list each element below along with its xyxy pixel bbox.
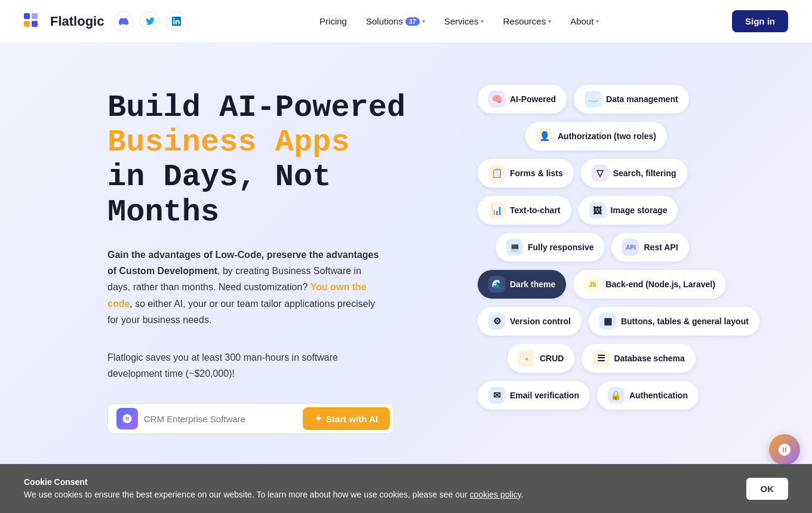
logo[interactable]: Flatlogic [24, 13, 104, 30]
chat-widget[interactable] [769, 434, 800, 465]
feature-tags-container: 🧠 AI-Powered ☁️ Data management 👤 Author… [478, 85, 764, 410]
hero-right: 🧠 AI-Powered ☁️ Data management 👤 Author… [442, 79, 776, 410]
hero-description: Gain the advantages of Low-Code, preserv… [107, 247, 382, 328]
sign-in-button[interactable]: Sign in [732, 10, 788, 32]
crud-icon: ● [518, 350, 535, 367]
version-icon: ⚙ [488, 313, 505, 330]
resources-chevron-icon: ▾ [548, 18, 551, 24]
api-icon: API [622, 239, 639, 256]
db-icon: ☰ [592, 350, 609, 367]
tags-row-5: 💻 Fully responsive API Rest API [478, 233, 764, 262]
cookie-ok-button[interactable]: OK [746, 478, 789, 500]
solutions-badge: 37 [405, 17, 420, 26]
tags-row-9: ✉ Email verification 🔒 Authentication [478, 381, 764, 410]
ai-input-icon [116, 408, 138, 429]
navbar-nav: Pricing Solutions 37 ▾ Services ▾ Resour… [311, 11, 607, 31]
hero-title: Build AI-Powered Business Apps in Days, … [107, 91, 442, 230]
user-roles-icon: 👤 [536, 128, 553, 145]
logo-text: Flatlogic [50, 14, 104, 29]
tag-text-to-chart: 📊 Text-to-chart [478, 196, 571, 225]
hero-left: Build AI-Powered Business Apps in Days, … [107, 79, 442, 434]
tag-authentication: 🔒 Authentication [597, 381, 699, 410]
social-icons [113, 11, 186, 32]
ai-star-icon: ✦ [315, 413, 322, 424]
lock-icon: 🔒 [608, 387, 625, 404]
tag-crud: ● CRUD [508, 344, 574, 373]
about-chevron-icon: ▾ [596, 18, 599, 24]
nav-solutions[interactable]: Solutions 37 ▾ [358, 11, 433, 31]
wave-icon: 🌊 [488, 276, 505, 293]
tags-row-2: 👤 Authorization (two roles) [478, 122, 764, 150]
navbar: Flatlogic Pricing Solutions 37 ▾ Service… [0, 0, 812, 43]
tag-search-filtering: ▽ Search, filtering [581, 159, 687, 188]
tag-authorization: 👤 Authorization (two roles) [525, 122, 667, 150]
tags-row-8: ● CRUD ☰ Database schema [478, 344, 764, 373]
tag-database-schema: ☰ Database schema [582, 344, 695, 373]
tag-rest-api: API Rest API [611, 233, 688, 262]
start-with-ai-button[interactable]: ✦ Start with AI [303, 407, 390, 430]
tag-ai-powered: 🧠 AI-Powered [478, 85, 567, 113]
tags-row-1: 🧠 AI-Powered ☁️ Data management [478, 85, 764, 113]
hero-input-row: ✦ Start with AI [107, 403, 394, 434]
svg-rect-2 [24, 21, 30, 27]
email-icon: ✉ [488, 387, 505, 404]
tags-row-6: 🌊 Dark theme JS Back-end (Node.js, Larav… [478, 270, 764, 299]
tag-dark-theme: 🌊 Dark theme [478, 270, 566, 299]
cookies-policy-link[interactable]: cookies policy [470, 490, 521, 499]
chart-icon: 📊 [488, 202, 505, 219]
linkedin-icon[interactable] [166, 11, 186, 32]
layout-icon: ▦ [599, 313, 616, 330]
hero-savings-text: Flatlogic saves you at least 300 man-hou… [107, 349, 382, 382]
tag-forms-lists: 📋 Forms & lists [478, 159, 574, 188]
svg-rect-1 [32, 13, 38, 19]
responsive-icon: 💻 [506, 239, 523, 256]
discord-icon[interactable] [113, 11, 134, 32]
nav-services[interactable]: Services ▾ [436, 11, 493, 31]
svg-rect-0 [24, 13, 30, 19]
ai-brain-icon: 🧠 [488, 91, 505, 107]
tag-email-verification: ✉ Email verification [478, 381, 590, 410]
services-chevron-icon: ▾ [481, 18, 484, 24]
tags-row-4: 📊 Text-to-chart 🖼 Image storage [478, 196, 764, 225]
tags-row-7: ⚙ Version control ▦ Buttons, tables & ge… [478, 307, 764, 336]
tag-image-storage: 🖼 Image storage [579, 196, 678, 225]
solutions-chevron-icon: ▾ [422, 18, 425, 24]
nav-resources[interactable]: Resources ▾ [494, 11, 559, 31]
tag-buttons-tables: ▦ Buttons, tables & general layout [589, 307, 759, 336]
svg-rect-3 [32, 21, 38, 27]
hero-section: Build AI-Powered Business Apps in Days, … [0, 43, 812, 497]
js-icon: JS [584, 276, 601, 293]
nav-pricing[interactable]: Pricing [311, 11, 355, 31]
tag-backend: JS Back-end (Node.js, Laravel) [573, 270, 726, 299]
tag-fully-responsive: 💻 Fully responsive [496, 233, 604, 262]
list-icon: 📋 [488, 165, 505, 182]
cookie-consent-bar: Cookie Consent We use cookies to ensure … [0, 464, 812, 513]
tags-row-3: 📋 Forms & lists ▽ Search, filtering [478, 159, 764, 188]
hero-search-input[interactable] [144, 414, 297, 424]
image-icon: 🖼 [589, 202, 606, 219]
navbar-left: Flatlogic [24, 11, 186, 32]
filter-icon: ▽ [592, 165, 608, 182]
tag-data-management: ☁️ Data management [574, 85, 689, 113]
cookie-text: Cookie Consent We use cookies to ensure … [24, 476, 722, 501]
twitter-icon[interactable] [140, 11, 160, 32]
cloud-icon: ☁️ [585, 91, 601, 107]
nav-about[interactable]: About ▾ [562, 11, 607, 31]
tag-version-control: ⚙ Version control [478, 307, 582, 336]
